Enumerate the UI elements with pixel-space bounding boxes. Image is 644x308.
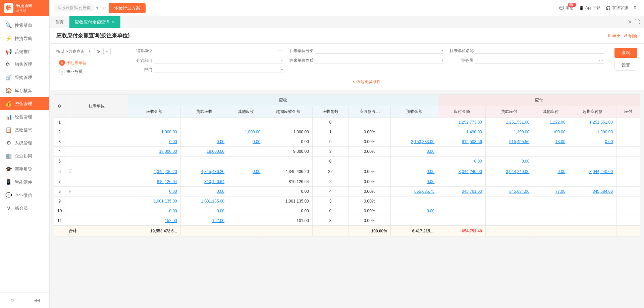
tab-query[interactable]: 应收应付余额查询 ✕ — [69, 16, 120, 28]
cell-link[interactable]: 18,000.00 — [159, 149, 177, 154]
cell-link[interactable]: 655,636.75 — [414, 189, 434, 194]
cell-link[interactable]: 0.00 — [253, 169, 260, 174]
cell-link[interactable]: 1,252,773.00 — [459, 120, 482, 125]
cell-link[interactable]: 3,044,240.00 — [459, 169, 482, 174]
message-button[interactable]: 💬 消息 99+ — [559, 5, 574, 11]
sidebar-item-sales[interactable]: 🛍 销售管理 — [0, 58, 49, 71]
filter-add-btn[interactable]: + — [86, 48, 93, 55]
subdept-input[interactable] — [154, 67, 281, 72]
name-input[interactable] — [475, 48, 604, 53]
user-profile[interactable]: Rit — [634, 6, 639, 10]
cell-link[interactable]: 2,153,333.00 — [411, 139, 434, 144]
sidebar-item-purchase[interactable]: 🛒 采购管理 — [0, 71, 49, 84]
cell-link[interactable]: 810,126.64 — [204, 179, 224, 184]
cell-link[interactable]: 0.00 — [427, 179, 434, 184]
sidebar-item-enterprise[interactable]: 🏢 企业协同 — [0, 149, 49, 163]
sidebar-item-base[interactable]: 📋 基础信息 — [0, 123, 49, 136]
sidebar-item-marketing[interactable]: 📢 营销推广 — [0, 45, 49, 58]
dept-arrow-icon[interactable]: ▾ — [281, 58, 283, 62]
sidebar-item-stock[interactable]: 🏠 库存核算 — [0, 84, 49, 97]
nature-input[interactable] — [315, 58, 442, 62]
tab-home[interactable]: 首页 — [50, 16, 69, 28]
cell-link[interactable]: 0.00 — [474, 159, 482, 164]
cell-link[interactable]: 0.00 — [605, 139, 613, 144]
cell-link[interactable]: 0.00 — [217, 139, 224, 144]
tab-expand-icon[interactable]: ⛶ — [635, 19, 640, 25]
cell-link[interactable]: 1,390.00 — [597, 130, 613, 134]
cell-link[interactable]: 4,345,436.20 — [154, 169, 177, 174]
cell-link[interactable]: 0.00 — [217, 189, 224, 194]
sidebar-item-nav[interactable]: ⚡ 快捷导航 — [0, 32, 49, 45]
cell-link[interactable]: 0.00 — [169, 139, 177, 144]
cell-link[interactable]: 1,390.00 — [514, 130, 530, 134]
cell-link[interactable]: 1,001,135.00 — [201, 199, 224, 204]
cell-link[interactable]: 1,001,135.00 — [154, 199, 177, 204]
nature-arrow-icon[interactable]: ▾ — [441, 58, 443, 62]
subdept-arrow-icon[interactable]: ▾ — [281, 68, 283, 72]
cell-link[interactable]: 152.00 — [212, 218, 225, 223]
cell-link[interactable]: 0.00 — [427, 209, 434, 213]
online-service-button[interactable]: 🎧 在线客服 — [606, 5, 628, 11]
app-download-button[interactable]: 📱 App下载 — [579, 5, 600, 11]
filter-target-btn[interactable]: ⊙ — [95, 48, 102, 55]
tab-close-window-icon[interactable]: ✕ — [628, 19, 632, 25]
salesperson-dots-icon[interactable]: ··· — [599, 57, 604, 63]
settlement-dots-icon[interactable]: ··· — [278, 48, 283, 53]
query-button[interactable]: 查询 — [614, 48, 637, 58]
cell-link[interactable]: 1,222.00 — [550, 120, 566, 125]
sidebar-item-guide[interactable]: 🎓 新手引导 — [0, 163, 49, 176]
refresh-button[interactable]: ↺ 刷新 — [624, 33, 637, 39]
salesperson-input[interactable] — [475, 58, 599, 62]
cell-link[interactable]: 915,495.56 — [509, 139, 529, 144]
settings-button[interactable]: 设置 — [614, 60, 637, 71]
topbar-gear-icon[interactable]: ⚙ — [102, 6, 106, 10]
sidebar-item-hardware[interactable]: 📱 智能硬件 — [0, 176, 49, 189]
cell-link[interactable]: 4,345,436.20 — [201, 169, 224, 174]
cell-link[interactable]: 1,251,551.00 — [589, 120, 613, 125]
category-arrow-icon[interactable]: ▾ — [441, 49, 443, 52]
cell-link[interactable]: 0.00 — [169, 189, 177, 194]
cell-link[interactable]: 1,251,551.00 — [506, 120, 529, 125]
breadcrumb-dropdown-icon[interactable]: ▾ — [96, 6, 98, 10]
col-settings-header[interactable]: ⚙ — [54, 95, 65, 118]
cell-link[interactable]: 345,684.00 — [509, 189, 529, 194]
sidebar-item-finance[interactable]: 💰 资金管理 — [0, 97, 49, 110]
cell-link[interactable]: 0.00 — [253, 139, 260, 144]
cell-link[interactable]: 1,000.00 — [245, 130, 261, 134]
cell-link[interactable]: 18,000.00 — [207, 149, 224, 154]
sidebar-collapse-btn[interactable]: ◀◀ — [25, 295, 50, 305]
cell-link[interactable]: 915,508.56 — [462, 139, 482, 144]
cell-link[interactable]: 3,044,240.00 — [589, 169, 613, 174]
sidebar-item-search[interactable]: 🔍 搜索菜单 — [0, 19, 49, 32]
dept-input[interactable] — [154, 58, 281, 62]
solution-button[interactable]: 体验行业方案 — [109, 3, 146, 13]
cell-link[interactable]: 13.00 — [555, 139, 566, 144]
sidebar-item-vip[interactable]: V 畅会员 — [0, 202, 49, 215]
cell-link[interactable]: 0.00 — [427, 149, 434, 154]
cell-link[interactable]: 100.00 — [553, 130, 566, 134]
filter-option-by-unit[interactable]: ⊙ 按往来单位 — [56, 58, 123, 67]
cell-link[interactable]: 1,000.00 — [161, 130, 177, 134]
cell-link[interactable]: 810,126.64 — [157, 179, 177, 184]
tab-close-icon[interactable]: ✕ — [112, 20, 115, 25]
cell-link[interactable]: 0.00 — [557, 169, 565, 174]
sidebar-item-wechat[interactable]: 💬 企业微信 — [0, 189, 49, 202]
cell-link[interactable]: 0.00 — [522, 159, 529, 164]
category-input[interactable] — [315, 48, 442, 53]
cell-link[interactable]: 345,761.00 — [462, 189, 482, 194]
sidebar-item-management[interactable]: 📊 经营管理 — [0, 110, 49, 123]
export-button[interactable]: ⬆ 导出 — [607, 33, 621, 39]
collapse-more-btn[interactable]: ∧ 收起更多条件 — [351, 78, 382, 86]
cell-link[interactable]: 1,490.00 — [466, 130, 482, 134]
cell-link[interactable]: 0.00 — [217, 209, 224, 213]
settlement-input[interactable] — [154, 48, 278, 53]
cell-link[interactable]: 0.00 — [169, 209, 177, 213]
cell-link[interactable]: 77.00 — [555, 189, 566, 194]
cell-link[interactable]: 152.00 — [165, 218, 177, 223]
filter-option-by-employee[interactable]: ○ 按业务员 — [56, 67, 123, 76]
sidebar-settings-btn[interactable]: ⚙ — [0, 295, 25, 305]
filter-collapse-btn[interactable]: « — [103, 48, 111, 55]
sidebar-item-system[interactable]: ⚙ 系统管理 — [0, 136, 49, 149]
cell-link[interactable]: 3,044,240.00 — [506, 169, 529, 174]
cell-link[interactable]: 345,684.00 — [593, 189, 613, 194]
